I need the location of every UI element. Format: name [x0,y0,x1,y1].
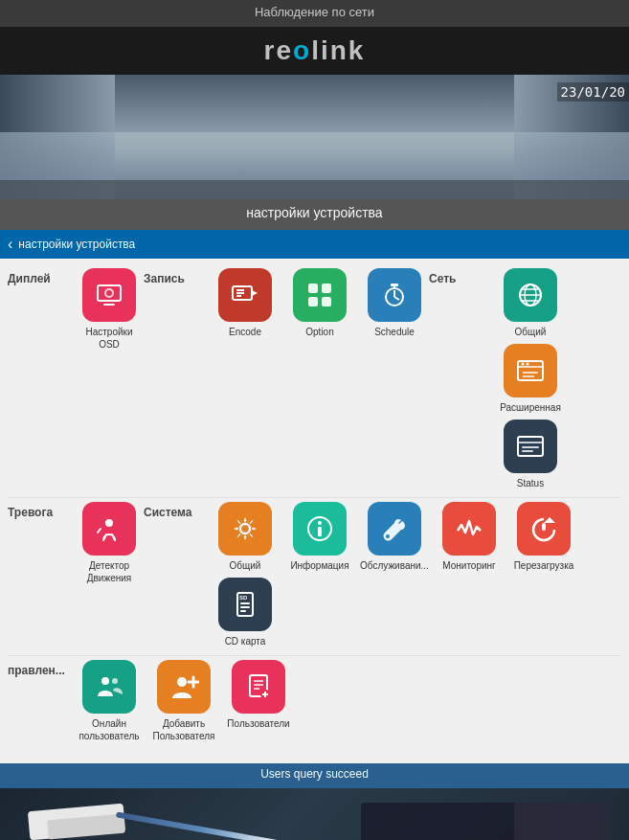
svg-point-41 [386,534,390,538]
online-users-icon-box [82,660,136,714]
sd-label: CD карта [225,635,266,647]
management-icons: Онлайн пользователь Добавить Пользовател… [75,660,293,742]
settings-content: Диплей Настройки OSD Запись [0,259,629,763]
record-icons: Encode Option [211,268,429,338]
general-label: Общий [515,326,547,338]
top-bar-label: Наблюдение по сети [255,5,374,19]
schedule-icon-box [368,268,421,322]
sys-general-item[interactable]: Общий [211,502,280,572]
advanced-icon-box [504,344,557,397]
breadcrumb-bar[interactable]: ‹ настройки устройства [0,230,629,259]
svg-point-2 [106,290,112,296]
settings-title: настройки устройства [246,205,382,220]
svg-point-33 [105,519,113,527]
svg-line-15 [394,297,399,300]
general-item[interactable]: Общий [496,268,565,338]
status-item[interactable]: Status [496,420,565,489]
motion-label: Детектор Движения [75,559,144,584]
status-text: Users query succeed [260,767,369,781]
add-user-item[interactable]: Добавить Пользователя [149,660,218,742]
logo: reolink [264,35,366,66]
encode-icon-box [218,268,272,322]
motion-icon-box [82,502,136,556]
advanced-label: Расширенная [500,401,561,414]
timestamp: 23/01/20 [557,82,629,102]
back-arrow-icon[interactable]: ‹ [8,236,12,253]
svg-rect-47 [240,610,246,612]
osd-icon-box [82,268,136,322]
online-users-item[interactable]: Онлайн пользователь [75,660,144,742]
svg-rect-9 [308,284,318,293]
maintenance-item[interactable]: Обслуживани... [360,502,429,572]
monitoring-label: Мониторинг [442,559,495,572]
logo-bar: reolink [0,27,629,75]
section-label-system: Система [144,502,211,519]
section-label-network: Сеть [429,268,496,285]
encode-item[interactable]: Encode [211,268,280,338]
svg-rect-31 [522,446,539,448]
sys-general-icon-box [218,502,272,556]
section-row-3: правлен... Онлайн пользователь [8,660,621,750]
sys-general-label: Общий [230,559,261,572]
option-label: Option [305,326,333,338]
svg-point-49 [101,677,109,685]
osd-item[interactable]: Настройки OSD [75,268,144,351]
info-item[interactable]: Информация [285,502,354,572]
breadcrumb-text: настройки устройства [18,238,135,251]
info-icon-box [293,502,347,556]
section-label-alarm: Тревога [8,502,75,519]
maintenance-label: Обслуживани... [360,559,429,572]
settings-header: настройки устройства [0,199,629,230]
camera-bottom-feed [0,788,629,840]
svg-line-35 [103,534,106,540]
reboot-icon-box [517,502,571,556]
system-icons: Общий Информация [211,502,621,647]
schedule-item[interactable]: Schedule [360,268,429,338]
advanced-item[interactable]: Расширенная [496,344,565,414]
status-label: Status [517,477,544,489]
maintenance-icon-box [368,502,421,556]
users-label: Пользователи [227,717,289,730]
general-icon-box [504,268,557,322]
encode-label: Encode [229,326,261,338]
top-bar: Наблюдение по сети [0,0,629,27]
users-item[interactable]: Пользователи [224,660,293,742]
svg-point-51 [177,677,187,687]
sd-icon-box: SD [218,578,272,631]
svg-rect-46 [240,606,250,608]
svg-point-37 [240,524,250,534]
svg-line-36 [112,534,115,540]
section-label-display: Диплей [8,268,75,285]
svg-rect-3 [103,304,115,306]
svg-rect-40 [318,527,322,536]
users-icon-box [232,660,285,714]
motion-item[interactable]: Детектор Движения [75,502,144,584]
svg-point-39 [318,521,322,525]
sd-item[interactable]: SD CD карта [211,578,280,647]
add-user-icon-box [157,660,211,714]
option-icon-box [293,268,347,322]
reboot-item[interactable]: Перезагрузка [509,502,578,572]
svg-marker-42 [544,517,555,523]
network-icons: Общий Расширенная [496,268,621,489]
svg-text:SD: SD [239,595,248,601]
svg-rect-10 [322,284,331,293]
svg-point-25 [522,363,525,366]
status-bar: Users query succeed [0,763,629,788]
schedule-label: Schedule [374,326,415,338]
monitoring-item[interactable]: Мониторинг [435,502,504,572]
section-label-management: правлен... [8,660,75,677]
reboot-label: Перезагрузка [514,559,574,572]
svg-rect-45 [240,602,250,604]
svg-rect-12 [322,297,331,306]
section-row-2: Тревога Детектор Движения [8,502,621,656]
svg-marker-5 [252,290,258,296]
osd-label: Настройки OSD [75,326,144,351]
monitoring-icon-box [442,502,496,556]
svg-rect-43 [542,523,546,531]
section-row-1: Диплей Настройки OSD Запись [8,268,621,498]
camera-top-feed: 23/01/20 [0,75,629,199]
section-label-record: Запись [144,268,211,285]
option-item[interactable]: Option [285,268,354,338]
svg-point-26 [527,363,529,366]
